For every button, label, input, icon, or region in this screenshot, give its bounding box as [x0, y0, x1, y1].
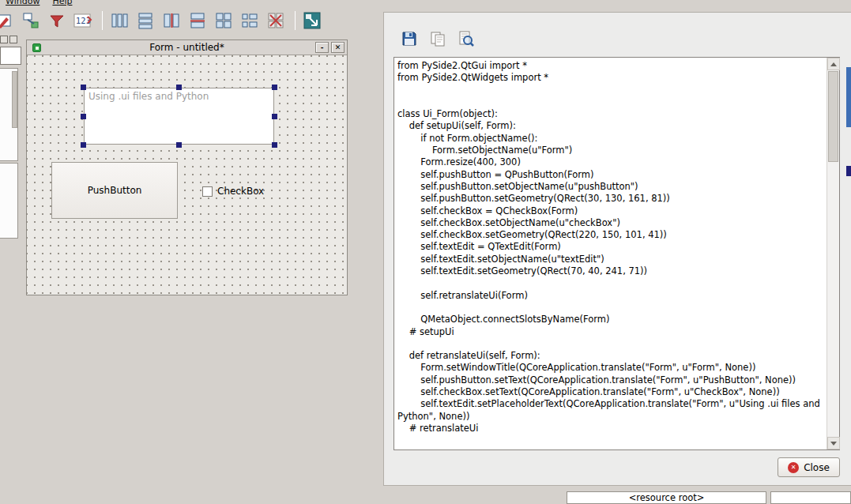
edit-tab-order-icon[interactable]: 123 [73, 10, 93, 31]
layout-vertical-splitter-icon[interactable] [187, 10, 208, 31]
dialog-close-button[interactable]: ✕ Close [778, 457, 840, 477]
layout-form-icon[interactable] [239, 10, 260, 31]
layout-horizontal-icon[interactable] [109, 10, 130, 31]
menu-window[interactable]: Window [6, 0, 40, 7]
textedit-widget[interactable]: Using .ui files and Python [84, 88, 274, 145]
resource-root-item[interactable]: <resource root> [567, 491, 766, 504]
layout-horizontal-splitter-icon[interactable] [161, 10, 182, 31]
menu-help[interactable]: Help [52, 0, 72, 7]
resource-panel-cell [770, 491, 851, 504]
code-preview-dialog: from PySide2.QtGui import * from PySide2… [383, 12, 851, 486]
code-view[interactable]: from PySide2.QtGui import * from PySide2… [393, 57, 840, 450]
main-toolbar: 123 [0, 9, 328, 32]
widget-filter-input[interactable] [0, 47, 21, 65]
generated-code[interactable]: from PySide2.QtGui import * from PySide2… [394, 58, 827, 449]
close-button-label: Close [804, 462, 830, 473]
adjust-size-icon[interactable] [302, 10, 322, 31]
toolbar-separator [102, 11, 103, 30]
selection-handle-nw[interactable] [81, 85, 86, 90]
form-window-title: Form - untitled* [27, 42, 347, 53]
external-window-edge [846, 166, 851, 176]
qt-designer-window: Window Help 123 [0, 0, 851, 504]
toolbar-separator [295, 11, 296, 30]
selection-handle-sw[interactable] [81, 142, 86, 148]
code-scrollbar[interactable] [827, 58, 839, 449]
scroll-down-icon[interactable] [827, 437, 840, 449]
menubar: Window Help [6, 0, 72, 7]
close-x-icon: ✕ [788, 462, 799, 473]
pushbutton-widget[interactable]: PushButton [51, 162, 178, 219]
external-window-edge [846, 67, 851, 127]
edit-signals-slots-icon[interactable] [21, 10, 41, 31]
copy-icon[interactable] [427, 28, 448, 49]
save-icon[interactable] [399, 28, 420, 49]
layout-grid-icon[interactable] [213, 10, 234, 31]
find-icon[interactable] [456, 28, 476, 49]
dock-close-icon[interactable] [9, 36, 17, 43]
selection-handle-se[interactable] [272, 142, 277, 148]
edit-buddies-icon[interactable] [47, 10, 67, 31]
checkbox-indicator[interactable] [202, 186, 213, 197]
edit-widgets-icon[interactable] [0, 10, 15, 31]
selection-handle-e[interactable] [272, 114, 277, 119]
break-layout-icon[interactable] [265, 10, 286, 31]
checkbox-widget[interactable]: CheckBox [202, 183, 264, 199]
code-dialog-toolbar [399, 28, 476, 49]
selection-handle-ne[interactable] [272, 85, 277, 90]
layout-vertical-icon[interactable] [135, 10, 156, 31]
selection-handle-w[interactable] [81, 114, 86, 119]
dock-float-icon[interactable] [0, 36, 8, 43]
form-canvas[interactable]: Using .ui files and Python PushButton Ch… [27, 55, 347, 295]
selection-handle-s[interactable] [176, 142, 182, 148]
selection-handle-n[interactable] [176, 85, 182, 90]
widget-box-dock-controls [0, 36, 17, 43]
checkbox-label: CheckBox [217, 186, 264, 197]
form-window-titlebar[interactable]: Form - untitled* - ✕ [27, 40, 347, 55]
form-editor-window: Form - untitled* - ✕ Using .ui files and… [26, 39, 348, 295]
scroll-up-icon[interactable] [827, 58, 840, 70]
widget-box-list[interactable] [0, 163, 18, 239]
scrollbar-thumb[interactable] [828, 71, 838, 162]
widget-box-scrollbar[interactable] [12, 71, 17, 128]
